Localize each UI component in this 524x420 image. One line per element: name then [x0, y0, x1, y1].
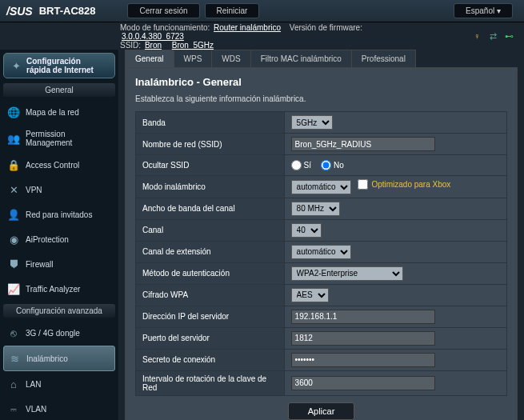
- category-general: General: [3, 83, 115, 97]
- award-icon[interactable]: ♀: [471, 30, 482, 42]
- nav-label: Access Control: [26, 161, 79, 170]
- band-label: Banda: [136, 112, 285, 134]
- quick-setup-button[interactable]: ✦ Configuración rápida de Internet: [3, 53, 115, 78]
- nav-3g4g[interactable]: ⎋3G / 4G dongle: [3, 321, 115, 345]
- bandwidth-select[interactable]: 80 MHz: [291, 202, 340, 216]
- nav-label: Inalámbrico: [26, 354, 68, 363]
- brand-logo: /SUS: [6, 5, 33, 18]
- nav-guest[interactable]: 👤Red para invitados: [3, 202, 115, 226]
- cipher-select[interactable]: AES: [291, 288, 329, 302]
- language-select[interactable]: Español ▾: [454, 3, 513, 18]
- home-icon: ⌂: [6, 377, 21, 391]
- hide-no-radio[interactable]: No: [321, 160, 344, 170]
- rotation-input[interactable]: [291, 376, 435, 390]
- firewall-icon: ⛊: [6, 257, 21, 271]
- firmware-value[interactable]: 3.0.0.4.380_6723: [122, 32, 184, 41]
- tab-wds[interactable]: WDS: [211, 50, 250, 67]
- wmode-label: Modo inalámbrico: [136, 176, 285, 198]
- ssid-input[interactable]: [291, 137, 435, 151]
- server-ip-label: Dirección IP del servidor: [136, 306, 285, 327]
- nav-label: LAN: [26, 380, 41, 389]
- usb-status-icon[interactable]: ⊷: [503, 30, 514, 42]
- nav-access-control[interactable]: 🔒Access Control: [3, 153, 115, 177]
- wmode-select[interactable]: automático: [291, 180, 351, 194]
- nav-label: Mapa de la red: [26, 108, 79, 117]
- hide-yes-radio[interactable]: Sí: [291, 160, 311, 170]
- logout-button[interactable]: Cerrar sesión: [127, 3, 199, 18]
- bandwidth-label: Ancho de banda del canal: [136, 198, 285, 219]
- panel-desc: Establezca la siguiente información inal…: [135, 94, 507, 103]
- nav-network-map[interactable]: 🌐Mapa de la red: [3, 100, 115, 124]
- channel-select[interactable]: 40: [291, 223, 322, 238]
- cipher-label: Cifrado WPA: [136, 284, 285, 306]
- globe-icon: 🌐: [6, 105, 21, 119]
- nav-label: Traffic Analyzer: [26, 285, 80, 294]
- dongle-icon: ⎋: [6, 326, 21, 340]
- firmware-label: Versión de firmware:: [290, 23, 362, 32]
- ssid-value-1: Bron: [145, 41, 162, 50]
- settings-panel: Inalámbrico - General Establezca la sigu…: [125, 67, 518, 420]
- tab-general[interactable]: General: [125, 50, 174, 67]
- secret-input[interactable]: [291, 353, 435, 367]
- sidebar: ✦ Configuración rápida de Internet Gener…: [0, 50, 118, 420]
- ssid-name-label: Nombre de red (SSID): [136, 134, 285, 155]
- ssid-label: SSID:: [120, 41, 141, 50]
- ssid-value-2: Bron_5GHz: [172, 41, 214, 50]
- band-select[interactable]: 5GHz: [291, 115, 333, 130]
- nav-permission[interactable]: 👥Permission Management: [3, 125, 115, 152]
- main-content: General WPS WDS Filtro MAC inalámbrico P…: [118, 50, 524, 420]
- nav-label: VPN: [26, 186, 42, 194]
- wand-icon: ✦: [9, 58, 23, 73]
- auth-select[interactable]: WPA2-Enterprise: [291, 266, 403, 281]
- guest-icon: 👤: [6, 207, 21, 222]
- server-port-input[interactable]: [291, 331, 435, 346]
- users-icon: 👥: [6, 131, 21, 146]
- ext-channel-select[interactable]: automático: [291, 245, 351, 259]
- nav-traffic[interactable]: 📈Traffic Analyzer: [3, 277, 115, 301]
- quick-line1: Configuración: [26, 57, 94, 66]
- tab-macfilter[interactable]: Filtro MAC inalámbrico: [250, 50, 352, 67]
- xbox-label: Optimizado para Xbox: [371, 180, 450, 189]
- settings-table: Banda 5GHz Nombre de red (SSID) Ocultar …: [135, 111, 507, 396]
- auth-label: Método de autenticación: [136, 262, 285, 284]
- chart-icon: 📈: [6, 282, 21, 296]
- top-bar: /SUS BRT-AC828 Cerrar sesión Reiniciar E…: [0, 0, 524, 22]
- vpn-icon: ✕: [6, 182, 21, 197]
- apply-button[interactable]: Aplicar: [288, 402, 355, 420]
- nav-wireless[interactable]: ≋Inalámbrico: [3, 346, 115, 371]
- tab-wps[interactable]: WPS: [174, 50, 213, 67]
- tab-professional[interactable]: Professional: [351, 50, 416, 67]
- info-bar: Modo de funcionamiento: Router inalámbri…: [0, 22, 524, 50]
- nav-firewall[interactable]: ⛊Firewall: [3, 252, 115, 276]
- nav-label: 3G / 4G dongle: [26, 329, 80, 338]
- status-icons: ♀ ⇄ ⊷: [471, 30, 514, 42]
- server-ip-input[interactable]: [291, 310, 435, 324]
- lock-icon: 🔒: [6, 158, 21, 172]
- tab-bar: General WPS WDS Filtro MAC inalámbrico P…: [125, 50, 518, 67]
- quick-line2: rápida de Internet: [26, 66, 94, 74]
- hide-ssid-label: Ocultar SSID: [136, 155, 285, 176]
- secret-label: Secreto de conexión: [136, 349, 285, 370]
- wifi-status-icon[interactable]: ⇄: [487, 30, 498, 42]
- nav-vlan[interactable]: ⎓VLAN: [3, 397, 115, 420]
- category-advanced: Configuración avanzada: [3, 304, 115, 318]
- panel-title: Inalámbrico - General: [135, 76, 507, 88]
- ext-channel-label: Canal de extensión: [136, 241, 285, 262]
- nav-label: Red para invitados: [26, 210, 92, 219]
- product-name: BRT-AC828: [39, 5, 96, 17]
- mode-label: Modo de funcionamiento:: [120, 23, 210, 32]
- nav-lan[interactable]: ⌂LAN: [3, 372, 115, 396]
- nav-label: Permission Management: [26, 130, 112, 147]
- xbox-checkbox[interactable]: [358, 179, 368, 190]
- nav-aiprotection[interactable]: ◉AiProtection: [3, 227, 115, 251]
- nav-label: VLAN: [26, 405, 46, 414]
- nav-label: AiProtection: [26, 235, 69, 244]
- reboot-button[interactable]: Reiniciar: [205, 3, 260, 18]
- rotation-label: Intervalo de rotación de la clave de Red: [136, 370, 285, 395]
- server-port-label: Puerto del servidor: [136, 327, 285, 349]
- vlan-icon: ⎓: [6, 402, 21, 416]
- nav-vpn[interactable]: ✕VPN: [3, 178, 115, 202]
- shield-icon: ◉: [6, 232, 21, 246]
- wifi-icon: ≋: [7, 351, 22, 366]
- mode-value[interactable]: Router inalámbrico: [214, 23, 281, 32]
